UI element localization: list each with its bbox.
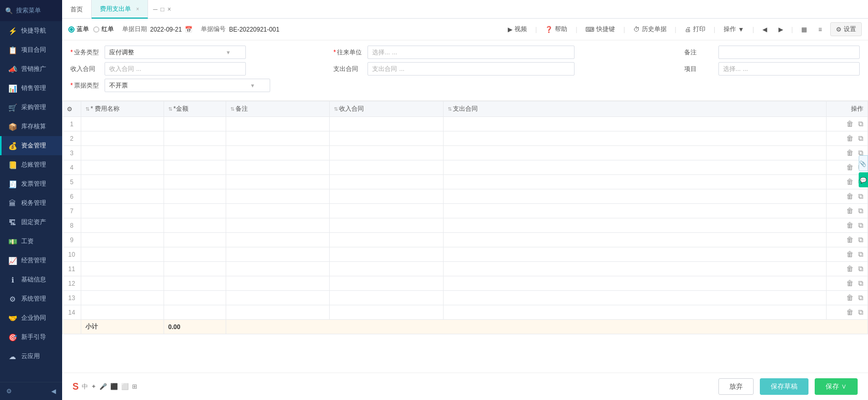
- delete-btn-2[interactable]: 🗑: [846, 134, 854, 142]
- business-type-select[interactable]: 应付调整 ▼: [105, 46, 246, 59]
- copy-btn-12[interactable]: ⧉: [858, 279, 863, 287]
- copy-btn-2[interactable]: ⧉: [858, 134, 863, 142]
- amount-cell-9[interactable]: [164, 233, 226, 247]
- income-contract-cell-2[interactable]: [330, 131, 444, 146]
- income-contract-cell-9[interactable]: [330, 233, 444, 247]
- delete-btn-14[interactable]: 🗑: [846, 308, 854, 316]
- amount-cell-8[interactable]: [164, 218, 226, 233]
- remark-cell-5[interactable]: [226, 175, 330, 189]
- remark-header[interactable]: ⇅备注: [226, 101, 330, 117]
- income-contract-cell-12[interactable]: [330, 276, 444, 291]
- delete-btn-4[interactable]: 🗑: [846, 163, 854, 171]
- remark-cell-6[interactable]: [226, 189, 330, 204]
- expense-name-cell-4[interactable]: [81, 160, 164, 175]
- sidebar-item-capital-mgmt[interactable]: 💰 资金管理: [0, 136, 62, 155]
- copy-btn-1[interactable]: ⧉: [858, 120, 863, 128]
- history-btn[interactable]: ⏱ 历史单据: [630, 24, 670, 35]
- expense-contract-cell-3[interactable]: [444, 146, 827, 160]
- remark-cell-13[interactable]: [226, 291, 330, 305]
- income-contract-cell-7[interactable]: [330, 204, 444, 218]
- project-input[interactable]: 选择... ...: [718, 62, 860, 76]
- print-btn[interactable]: 🖨 打印: [682, 24, 709, 35]
- copy-btn-11[interactable]: ⧉: [858, 264, 863, 273]
- delete-btn-9[interactable]: 🗑: [846, 235, 854, 244]
- amount-cell-3[interactable]: [164, 146, 226, 160]
- invoice-type-select[interactable]: 不开票 ▼: [105, 79, 270, 92]
- expense-contract-cell-9[interactable]: [444, 233, 827, 247]
- copy-btn-13[interactable]: ⧉: [858, 293, 863, 302]
- expense-contract-cell-14[interactable]: [444, 305, 827, 320]
- delete-btn-3[interactable]: 🗑: [846, 149, 854, 157]
- list-view-btn[interactable]: ≡: [815, 25, 825, 34]
- video-btn[interactable]: ▶ 视频: [505, 24, 530, 35]
- remark-cell-3[interactable]: [226, 146, 330, 160]
- sidebar-item-operations-mgmt[interactable]: 📈 经营管理: [0, 251, 62, 270]
- expense-contract-header[interactable]: ⇅支出合同: [444, 101, 827, 117]
- amount-cell-5[interactable]: [164, 175, 226, 189]
- remark-cell-12[interactable]: [226, 276, 330, 291]
- sidebar-item-enterprise-collab[interactable]: 🤝 企业协同: [0, 308, 62, 328]
- expense-name-cell-9[interactable]: [81, 233, 164, 247]
- expense-name-header[interactable]: ⇅* 费用名称: [81, 101, 164, 117]
- remark-cell-9[interactable]: [226, 233, 330, 247]
- expense-contract-cell-8[interactable]: [444, 218, 827, 233]
- save-button[interactable]: 保存 ∨: [815, 378, 858, 395]
- delete-btn-13[interactable]: 🗑: [846, 293, 854, 302]
- expense-name-cell-12[interactable]: [81, 276, 164, 291]
- expense-name-cell-7[interactable]: [81, 204, 164, 218]
- copy-btn-14[interactable]: ⧉: [858, 308, 863, 316]
- sidebar-item-basic-info[interactable]: ℹ 基础信息: [0, 270, 62, 289]
- amount-cell-14[interactable]: [164, 305, 226, 320]
- copy-btn-6[interactable]: ⧉: [858, 192, 863, 200]
- expense-name-cell-2[interactable]: [81, 131, 164, 146]
- amount-cell-10[interactable]: [164, 247, 226, 262]
- income-contract-cell-4[interactable]: [330, 160, 444, 175]
- amount-cell-7[interactable]: [164, 204, 226, 218]
- sidebar-item-cloud-apps[interactable]: ☁ 云应用: [0, 347, 62, 366]
- remark-cell-11[interactable]: [226, 262, 330, 276]
- sidebar-item-general-ledger[interactable]: 📒 总账管理: [0, 155, 62, 174]
- sidebar-item-purchase-mgmt[interactable]: 🛒 采购管理: [0, 98, 62, 117]
- sidebar-search[interactable]: 🔍 搜索菜单: [0, 0, 62, 21]
- attachment-btn[interactable]: 📎: [859, 155, 868, 171]
- expense-contract-cell-2[interactable]: [444, 131, 827, 146]
- amount-header[interactable]: ⇅*金额: [164, 101, 226, 117]
- sidebar-item-tax-mgmt[interactable]: 🏛 税务管理: [0, 194, 62, 213]
- discard-button[interactable]: 放弃: [718, 378, 754, 395]
- shortcut-btn[interactable]: ⌨ 快捷键: [582, 24, 618, 35]
- copy-btn-8[interactable]: ⧉: [858, 221, 863, 229]
- expense-name-cell-8[interactable]: [81, 218, 164, 233]
- num-value[interactable]: BE-20220921-001: [229, 26, 279, 33]
- operation-btn[interactable]: 操作 ▼: [720, 24, 747, 35]
- amount-cell-2[interactable]: [164, 131, 226, 146]
- radio-blue[interactable]: 蓝单: [68, 25, 89, 34]
- sidebar-item-new-user-guide[interactable]: 🎯 新手引导: [0, 328, 62, 347]
- income-contract-cell-3[interactable]: [330, 146, 444, 160]
- expense-name-cell-5[interactable]: [81, 175, 164, 189]
- amount-cell-6[interactable]: [164, 189, 226, 204]
- expense-name-cell-10[interactable]: [81, 247, 164, 262]
- remark-cell-10[interactable]: [226, 247, 330, 262]
- amount-cell-12[interactable]: [164, 276, 226, 291]
- expense-name-cell-14[interactable]: [81, 305, 164, 320]
- expense-contract-cell-1[interactable]: [444, 117, 827, 131]
- delete-btn-5[interactable]: 🗑: [846, 177, 854, 186]
- settings-button[interactable]: ⚙ 设置: [830, 22, 862, 36]
- expense-name-cell-6[interactable]: [81, 189, 164, 204]
- copy-btn-9[interactable]: ⧉: [858, 235, 863, 244]
- income-contract-cell-6[interactable]: [330, 189, 444, 204]
- sidebar-item-sales-mgmt[interactable]: 📊 销售管理: [0, 79, 62, 98]
- next-btn[interactable]: ▶: [775, 25, 786, 34]
- sidebar-item-invoice-mgmt[interactable]: 🧾 发票管理: [0, 174, 62, 194]
- chat-btn[interactable]: 💬: [859, 172, 868, 187]
- amount-cell-13[interactable]: [164, 291, 226, 305]
- sidebar-item-quick-nav[interactable]: ⚡ 快捷导航: [0, 21, 62, 40]
- tab-0[interactable]: 首页: [62, 0, 92, 19]
- collapse-icon[interactable]: ◀: [51, 388, 56, 395]
- amount-cell-11[interactable]: [164, 262, 226, 276]
- delete-btn-1[interactable]: 🗑: [846, 120, 854, 128]
- expense-contract-cell-6[interactable]: [444, 189, 827, 204]
- income-contract-input[interactable]: 收入合同 ...: [105, 62, 246, 76]
- date-value[interactable]: 2022-09-21: [150, 26, 182, 33]
- delete-btn-8[interactable]: 🗑: [846, 221, 854, 229]
